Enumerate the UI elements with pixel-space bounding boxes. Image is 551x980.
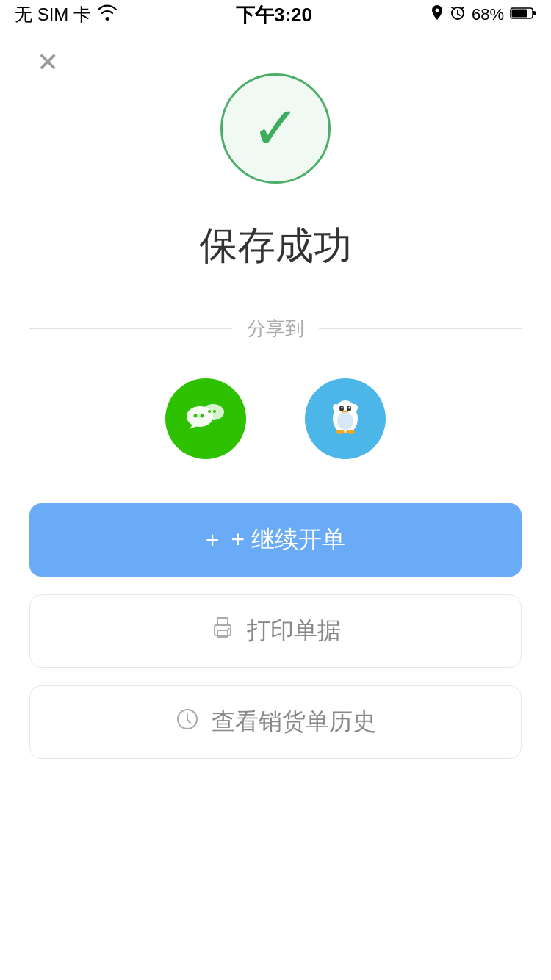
divider-left xyxy=(29,328,232,329)
svg-point-6 xyxy=(193,414,197,417)
svg-point-14 xyxy=(341,407,342,409)
no-sim-text: 无 SIM 卡 xyxy=(15,3,91,26)
svg-point-25 xyxy=(228,628,230,630)
alarm-icon xyxy=(450,4,466,25)
print-button[interactable]: 打印单据 xyxy=(29,594,522,668)
svg-point-15 xyxy=(348,407,350,409)
printer-icon xyxy=(210,616,235,646)
status-left: 无 SIM 卡 xyxy=(15,3,118,26)
success-title: 保存成功 xyxy=(199,220,352,272)
location-icon xyxy=(431,4,444,25)
svg-point-17 xyxy=(337,412,353,430)
continue-button[interactable]: + + 继续开单 xyxy=(29,503,522,577)
svg-point-5 xyxy=(202,404,224,420)
history-icon xyxy=(175,707,200,738)
svg-point-18 xyxy=(336,430,345,434)
svg-rect-23 xyxy=(217,618,228,625)
svg-point-21 xyxy=(352,404,358,411)
divider-right xyxy=(319,328,522,329)
svg-point-19 xyxy=(346,430,355,434)
qq-icon xyxy=(323,397,367,441)
status-bar: 无 SIM 卡 下午3:20 68% xyxy=(0,0,551,29)
history-button[interactable]: 查看销货单历史 xyxy=(29,685,522,759)
status-time: 下午3:20 xyxy=(236,2,312,28)
wifi-icon xyxy=(97,4,118,25)
share-icons-row xyxy=(165,378,386,459)
main-content: ✓ 保存成功 分享到 xyxy=(0,29,551,980)
qq-share-button[interactable] xyxy=(305,378,386,459)
svg-point-7 xyxy=(200,414,204,417)
svg-point-20 xyxy=(333,404,339,411)
wechat-share-button[interactable] xyxy=(165,378,246,459)
battery-text: 68% xyxy=(472,5,504,24)
wechat-icon xyxy=(182,395,230,443)
success-circle: ✓ xyxy=(220,73,331,184)
svg-rect-3 xyxy=(511,10,527,18)
continue-label: + 继续开单 xyxy=(231,524,346,556)
svg-point-9 xyxy=(213,410,216,413)
plus-icon: + xyxy=(206,527,220,554)
share-label: 分享到 xyxy=(232,316,319,342)
battery-icon xyxy=(510,5,536,24)
svg-point-8 xyxy=(208,410,211,413)
status-right: 68% xyxy=(431,4,536,25)
history-label: 查看销货单历史 xyxy=(212,706,376,738)
share-section: 分享到 xyxy=(0,316,551,459)
action-buttons: + + 继续开单 打印单据 查看销货单历 xyxy=(0,503,551,759)
svg-rect-2 xyxy=(533,11,536,15)
checkmark-icon: ✓ xyxy=(251,99,300,158)
print-label: 打印单据 xyxy=(247,615,341,647)
share-divider: 分享到 xyxy=(0,316,551,342)
